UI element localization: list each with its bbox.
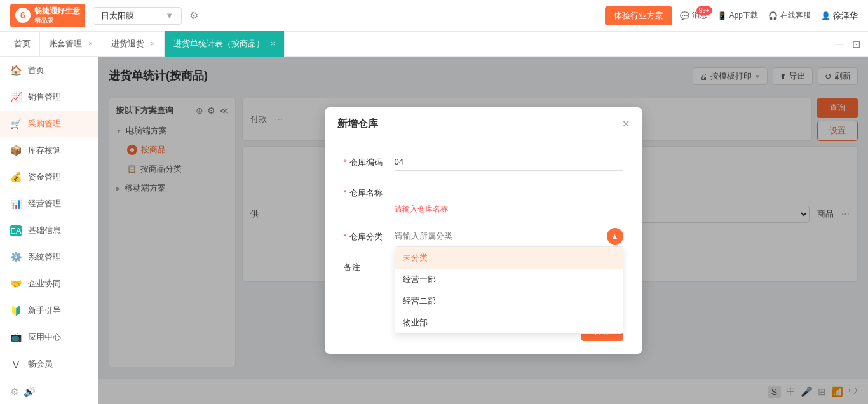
form-row-code: *仓库编码 xyxy=(344,153,623,171)
sidebar-label-apps: 应用中心 xyxy=(28,332,61,343)
tab-purchase-stat[interactable]: 进货单统计表（按商品） × xyxy=(165,31,285,57)
operation-icon: 📊 xyxy=(10,198,22,210)
apps-icon: 📺 xyxy=(10,332,22,343)
tab-account[interactable]: 账套管理 × xyxy=(40,31,102,57)
tab-home-label: 首页 xyxy=(14,38,31,50)
headset-icon: 🎧 xyxy=(768,11,778,20)
category-input[interactable] xyxy=(395,227,623,245)
modal-header: 新增仓库 × xyxy=(325,107,642,140)
sidebar-label-sales: 销售管理 xyxy=(28,91,61,103)
experience-button[interactable]: 体验行业方案 xyxy=(605,6,672,25)
sidebar-label-guide: 新手引导 xyxy=(28,305,61,316)
sidebar-item-enterprise[interactable]: 🤝 企业协同 xyxy=(0,271,98,297)
code-label: *仓库编码 xyxy=(344,153,395,168)
enterprise-icon: 🤝 xyxy=(10,278,22,290)
modal-body: *仓库编码 *仓库名称 请输入仓库名称 xyxy=(325,140,642,313)
finance-icon: 💰 xyxy=(10,172,22,183)
tab-purchase-return-close[interactable]: × xyxy=(151,39,155,48)
modal-overlay: 新增仓库 × *仓库编码 xyxy=(98,57,868,404)
basic-icon: EA xyxy=(10,225,22,236)
app-icon: 📱 xyxy=(717,11,727,20)
dropdown-item-1[interactable]: 经营一部 xyxy=(395,269,623,290)
tab-account-label: 账套管理 xyxy=(49,38,82,50)
user-item[interactable]: 👤 徐泽华 xyxy=(821,10,858,22)
bottom-left: ⚙ 🔊 xyxy=(10,386,36,398)
purchase-icon: 🛒 xyxy=(10,118,22,130)
user-name: 徐泽华 xyxy=(833,10,858,22)
inventory-icon: 📦 xyxy=(10,145,22,156)
sidebar-item-operation[interactable]: 📊 经营管理 xyxy=(0,191,98,217)
dropdown-item-2[interactable]: 经营二部 xyxy=(395,290,623,312)
category-input-wrap: ▲ 未分类 经营一部 经营二部 物业部 xyxy=(395,227,623,245)
main-layout: 🏠 首页 📈 销售管理 🛒 采购管理 📦 库存核算 💰 资金管理 📊 经营管理 … xyxy=(0,57,868,404)
modal-title: 新增仓库 xyxy=(337,118,378,131)
note-label: 备注 xyxy=(344,258,395,273)
sidebar-label-inventory: 库存核算 xyxy=(28,145,61,156)
sidebar-item-purchase[interactable]: 🛒 采购管理 xyxy=(0,111,98,137)
sidebar-label-finance: 资金管理 xyxy=(28,172,61,183)
store-name: 日太阳膜 xyxy=(101,10,134,22)
category-label: *仓库分类 xyxy=(344,227,395,243)
category-dropdown: 未分类 经营一部 经营二部 物业部 xyxy=(395,246,623,334)
sidebar-label-operation: 经营管理 xyxy=(28,198,61,210)
sidebar-item-basic[interactable]: EA 基础信息 xyxy=(0,217,98,244)
dropdown-item-3[interactable]: 物业部 xyxy=(395,312,623,333)
sidebar-label-home: 首页 xyxy=(28,65,44,76)
chevron-down-icon: ▼ xyxy=(165,11,173,20)
logo-text: 畅捷通好生意 精品版 xyxy=(34,6,80,24)
sidebar: 🏠 首页 📈 销售管理 🛒 采购管理 📦 库存核算 💰 资金管理 📊 经营管理 … xyxy=(0,57,98,404)
tab-minimize-icon[interactable]: — xyxy=(832,38,847,50)
tab-home[interactable]: 首页 xyxy=(5,31,40,57)
user-icon: 👤 xyxy=(821,11,831,20)
service-item[interactable]: 🎧 在线客服 xyxy=(768,10,811,21)
sidebar-item-sales[interactable]: 📈 销售管理 xyxy=(0,84,98,111)
category-toggle-icon[interactable]: ▲ xyxy=(607,228,623,245)
message-badge: 99+ xyxy=(696,6,712,15)
name-error-text: 请输入仓库名称 xyxy=(395,204,623,215)
form-row-name: *仓库名称 请输入仓库名称 xyxy=(344,184,623,215)
form-row-category: *仓库分类 ▲ 未分类 经营一部 经营二部 xyxy=(344,227,623,245)
code-input[interactable] xyxy=(395,153,623,171)
sidebar-label-enterprise: 企业协同 xyxy=(28,278,61,290)
tab-account-close[interactable]: × xyxy=(88,39,93,48)
sidebar-item-inventory[interactable]: 📦 库存核算 xyxy=(0,137,98,164)
system-icon: ⚙️ xyxy=(10,252,22,263)
service-label: 在线客服 xyxy=(780,10,811,21)
modal-new-warehouse: 新增仓库 × *仓库编码 xyxy=(325,107,642,354)
code-input-wrap xyxy=(395,153,623,171)
tab-purchase-return[interactable]: 进货退货 × xyxy=(102,31,165,57)
tab-bar: 首页 账套管理 × 进货退货 × 进货单统计表（按商品） × — ⊡ xyxy=(0,32,868,57)
name-input[interactable] xyxy=(395,184,623,201)
tab-purchase-stat-close[interactable]: × xyxy=(271,39,275,48)
tab-expand-icon[interactable]: ⊡ xyxy=(850,38,863,50)
sidebar-label-vip: 畅会员 xyxy=(28,358,53,370)
dropdown-item-0[interactable]: 未分类 xyxy=(395,247,623,269)
sidebar-item-apps[interactable]: 📺 应用中心 xyxy=(0,324,98,351)
app-label: App下载 xyxy=(729,10,758,21)
logo-area: 6 畅捷通好生意 精品版 xyxy=(10,4,85,27)
sidebar-item-guide[interactable]: 🔰 新手引导 xyxy=(0,297,98,324)
name-input-wrap: 请输入仓库名称 xyxy=(395,184,623,215)
sidebar-item-finance[interactable]: 💰 资金管理 xyxy=(0,164,98,191)
home-icon: 🏠 xyxy=(10,65,22,76)
tab-purchase-stat-label: 进货单统计表（按商品） xyxy=(173,38,264,50)
tab-purchase-return-label: 进货退货 xyxy=(111,38,144,50)
app-download-item[interactable]: 📱 App下载 xyxy=(717,10,758,21)
logo-icon: 6 xyxy=(15,8,31,23)
sidebar-label-basic: 基础信息 xyxy=(28,225,61,236)
gear-icon[interactable]: ⚙ xyxy=(189,10,198,22)
sidebar-item-system[interactable]: ⚙️ 系统管理 xyxy=(0,244,98,271)
store-selector[interactable]: 日太阳膜 ▼ xyxy=(93,7,182,25)
speaker-bottom-icon[interactable]: 🔊 xyxy=(24,386,36,398)
message-icon-item[interactable]: 💬 消息 99+ xyxy=(680,10,707,21)
name-label: *仓库名称 xyxy=(344,184,395,199)
tab-bar-buttons: — ⊡ xyxy=(832,38,863,50)
guide-icon: 🔰 xyxy=(10,305,22,316)
sidebar-label-purchase: 采购管理 xyxy=(28,118,61,130)
modal-close-icon[interactable]: × xyxy=(623,118,630,131)
top-bar: 6 畅捷通好生意 精品版 日太阳膜 ▼ ⚙ 体验行业方案 💬 消息 99+ 📱 … xyxy=(0,0,868,32)
sidebar-item-home[interactable]: 🏠 首页 xyxy=(0,57,98,84)
settings-bottom-icon[interactable]: ⚙ xyxy=(10,386,18,398)
message-icon: 💬 xyxy=(680,11,689,20)
sidebar-item-vip[interactable]: V 畅会员 xyxy=(0,351,98,377)
